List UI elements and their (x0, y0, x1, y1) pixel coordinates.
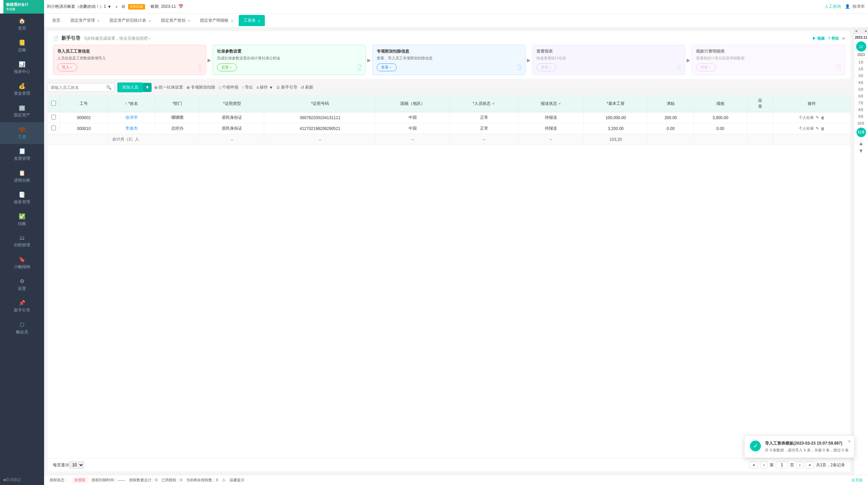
user-menu[interactable]: 👤 徐泽华 (845, 4, 865, 10)
sidebar-item-purchases[interactable]: 📋 进销台账 (0, 166, 44, 187)
month-12[interactable]: 12 (856, 41, 866, 52)
sidebar-item-invoice[interactable]: 🧾 发票管理 (0, 144, 44, 166)
wizard-step-2-title: 社保参数设置 (217, 49, 361, 54)
add-person-dropdown[interactable]: ▼ (143, 83, 152, 92)
personal-insurance-btn-1[interactable]: 个人社保 (799, 115, 814, 120)
last-page-btn[interactable]: » (806, 462, 814, 468)
deduction-icon: ⊕ (186, 85, 190, 90)
personal-insurance-btn-2[interactable]: 个人社保 (799, 126, 814, 131)
wizard-step-3-num: 3 (516, 62, 522, 73)
page-input[interactable] (776, 462, 788, 468)
month-6[interactable]: 6月 (854, 93, 868, 100)
month-11-active[interactable]: 11月 (856, 128, 866, 137)
edit-icon-2[interactable]: ✎ (816, 126, 819, 131)
month-8[interactable]: 8月 (854, 107, 868, 113)
select-all-checkbox[interactable] (51, 101, 56, 106)
expand-icon[interactable]: » (865, 29, 867, 33)
tab-close-asset-category[interactable]: × (188, 19, 190, 23)
sidebar-item-expense[interactable]: 🔖 小畅报销 (0, 252, 44, 274)
pin-icon: ◀ (3, 478, 5, 482)
row-checkbox-1[interactable] (51, 115, 56, 119)
settings-icon[interactable]: ⚙ (121, 4, 125, 9)
tab-close-asset-detail[interactable]: × (231, 19, 233, 23)
wizard-step-4-title: 查看报表 (536, 49, 681, 54)
emp-id-2: 000010 (60, 123, 108, 134)
user-name: 徐泽华 (852, 4, 865, 9)
toast-close-button[interactable]: × (848, 439, 851, 444)
sidebar-item-guide[interactable]: 📌 新手引导 (0, 296, 44, 317)
sidebar-item-archive[interactable]: 🗂 归档管理 (0, 231, 44, 252)
wizard-step-1-btn[interactable]: 导入＞ (57, 63, 77, 71)
edit-icon-1[interactable]: ✎ (816, 115, 819, 120)
operations-btn[interactable]: ≡ 操作 ▼ (256, 85, 273, 90)
export-btn[interactable]: ↑ 导出 (242, 85, 253, 90)
month-10[interactable]: 10月 (854, 120, 868, 127)
row-checkbox-2[interactable] (51, 126, 56, 130)
refresh-btn[interactable]: ↺ 刷新 (301, 85, 313, 90)
wizard-close-button[interactable]: × (842, 36, 845, 41)
sidebar-item-close[interactable]: ✅ 结账 (0, 209, 44, 231)
delete-icon-1[interactable]: 🗑 (821, 116, 825, 120)
tab-fixed-assets[interactable]: 固定资产管理 × (66, 15, 104, 26)
unpin-button[interactable]: ◀ 取消固定 (0, 474, 44, 485)
tax-report-btn[interactable]: □ 个税申报 (219, 85, 238, 90)
ai-consult-button[interactable]: 人工咨询 (825, 4, 841, 10)
tab-asset-category[interactable]: 固定资产类别 × (156, 15, 195, 26)
tab-home[interactable]: 首页 (47, 15, 65, 26)
scroll-down-icon[interactable]: ▼ (859, 148, 864, 154)
wizard-icon: 📄 (53, 36, 59, 41)
tab-close-fixed-assets[interactable]: × (97, 19, 99, 23)
sidebar-item-settings[interactable]: ⚙ 设置 (0, 274, 44, 296)
emp-report-2: 待报送 (518, 123, 584, 134)
search-box[interactable]: 🔍 (47, 83, 115, 92)
month-2[interactable]: 2月 (854, 66, 868, 73)
sidebar-item-home[interactable]: 🏠 首页 (0, 14, 44, 35)
add-icon[interactable]: ＋ (114, 4, 119, 10)
tab-close-payroll[interactable]: × (258, 19, 260, 23)
tab-asset-detail[interactable]: 固定资产明细账 × (195, 15, 238, 26)
summary-dash-4: -- (450, 134, 518, 145)
sidebar-item-vip[interactable]: ⬡ 畅会员 (0, 317, 44, 339)
sidebar-item-reports[interactable]: 📊 报表中心 (0, 57, 44, 79)
sidebar-item-tax[interactable]: 📑 税务管理 (0, 187, 44, 209)
tab-close-depreciation[interactable]: × (149, 19, 151, 23)
special-deduction-btn[interactable]: ⊕ 专项附加扣除 (186, 85, 215, 90)
month-9[interactable]: 9月 (854, 113, 868, 120)
account-selector[interactable]: 刘小艳演示账套（勿删勿动！）1 ▼ (47, 4, 112, 10)
sidebar-item-payroll[interactable]: 💼 工资 (0, 122, 44, 144)
prev-page-btn[interactable]: ‹ (760, 462, 768, 468)
guide-btn[interactable]: ① 新手引导 (276, 85, 297, 90)
sidebar-item-funds[interactable]: 💰 资金管理 (0, 79, 44, 100)
social-insurance-btn[interactable]: ⊕ 统一社保设置 (154, 85, 183, 90)
wizard-step-3-btn[interactable]: 查看＞ (377, 63, 397, 71)
switch-version-button[interactable]: 切到旧版 (128, 4, 145, 10)
tab-payroll[interactable]: 工资表 × (239, 15, 265, 26)
wizard-step-2-btn[interactable]: 设置＞ (217, 63, 237, 71)
add-person-button[interactable]: 添加人员 (117, 82, 143, 92)
next-page-btn[interactable]: › (796, 462, 804, 468)
emp-salary-1: 100,000.00 (584, 112, 648, 123)
month-1[interactable]: 1月 (854, 59, 868, 66)
wizard-video-link[interactable]: ▶ 视频 (812, 36, 825, 41)
tab-depreciation[interactable]: 固定资产折旧统计表 × (105, 15, 155, 26)
month-3[interactable]: 3月 (854, 73, 868, 79)
sidebar-item-assets[interactable]: 🏢 固定资产 (0, 100, 44, 122)
sidebar-item-ledger[interactable]: 📒 总账 (0, 35, 44, 57)
wizard-arrow-1: ▶ (206, 45, 213, 75)
summary-dash-7 (693, 134, 747, 145)
per-page-select[interactable]: 10 20 50 (69, 461, 84, 469)
wizard-step-5-btn[interactable]: 查看＞ (696, 63, 716, 71)
month-7[interactable]: 7月 (854, 100, 868, 107)
recharge-link[interactable]: 去充值 (851, 478, 863, 483)
scroll-up-icon[interactable]: ▲ (859, 141, 864, 147)
first-page-btn[interactable]: « (750, 462, 758, 468)
wizard-help-link[interactable]: ? 帮助 (828, 36, 839, 41)
wizard-step-4-btn[interactable]: 查看＞ (536, 63, 556, 71)
month-4[interactable]: 4月 (854, 79, 868, 86)
calendar-icon[interactable]: 📅 (178, 4, 183, 9)
delete-icon-2[interactable]: 🗑 (821, 127, 825, 131)
collapse-icon[interactable]: « (855, 29, 857, 33)
search-input[interactable] (51, 85, 105, 90)
sidebar-label-home: 首页 (18, 25, 26, 31)
month-5[interactable]: 5月 (854, 86, 868, 93)
